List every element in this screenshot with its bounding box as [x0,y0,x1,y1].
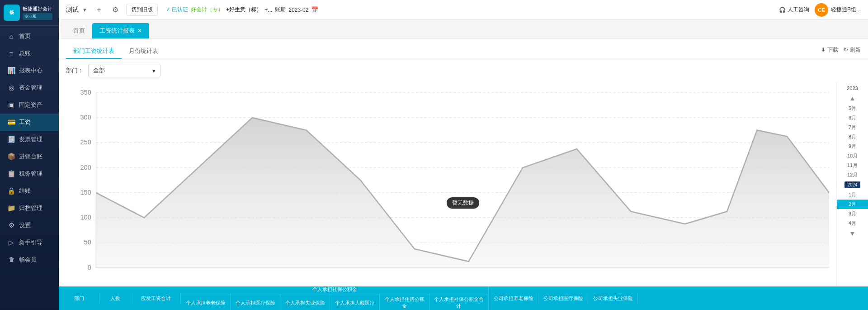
period-value: 2023-02 [288,7,308,13]
topbar-add-button[interactable]: + [93,4,105,16]
th-company-unemployment: 公司承担失业保险 [588,293,638,304]
svg-text:250: 250 [80,138,91,146]
sidebar-item-sales[interactable]: 📦 进销台账 [0,148,59,165]
filter-label: 部门： [66,67,84,75]
headset-icon: 🎧 [779,7,786,13]
year-next-button[interactable]: ▼ [847,228,858,239]
svg-text:100: 100 [80,214,91,221]
sidebar-item-funds[interactable]: ◎ 资金管理 [0,79,59,96]
table-header-bar: 部门 人数 应发工资合计 个人承担社保公积金 个人承担养老保险 个人承担医疗保险… [59,286,868,310]
month-jun[interactable]: 6月 [837,113,868,123]
page-content: 部门工资统计表 月份统计表 ⬇ 下载 ↻ 刷新 [59,39,868,310]
sidebar-item-salary[interactable]: 💳 工资 [0,114,59,131]
tax-icon: 📋 [7,170,15,178]
month-dec[interactable]: 12月 [837,170,868,180]
sidebar-item-member[interactable]: ♛ 畅会员 [0,251,59,268]
ledger-icon: ≡ [7,50,15,57]
year-prev-button[interactable]: ▲ [847,93,858,104]
sidebar-item-label: 首页 [19,32,31,40]
user-service-button[interactable]: 🎧 人工咨询 [779,6,809,14]
sidebar-item-label: 新手引导 [19,238,42,247]
sidebar-item-assets[interactable]: ▣ 固定资产 [0,96,59,114]
sidebar-item-label: 结账 [19,187,31,195]
salary-icon: 💳 [7,118,15,126]
switch-version-button[interactable]: 切到旧版 [126,4,158,16]
topbar-actions: + ⚙ [93,4,122,16]
refresh-button[interactable]: ↻ 刷新 [844,46,861,54]
tab-home-label: 首页 [73,27,85,35]
avatar: CE [815,3,828,17]
sidebar-item-label: 设置 [19,221,31,229]
month-jul[interactable]: 7月 [837,123,868,132]
month-may[interactable]: 5月 [837,104,868,113]
sidebar-item-label: 工资 [19,118,31,126]
month-feb-active[interactable]: 2月 [837,200,868,209]
select-arrow-icon: ▾ [152,67,156,74]
svg-text:200: 200 [80,163,91,171]
sidebar-item-label: 畅会员 [19,256,37,264]
th-base-salary: 应发工资合计 [131,293,181,304]
sub-tabs-right: ⬇ 下载 ↻ 刷新 [821,46,861,54]
th-company-pension: 公司承担养老保险 [489,293,538,304]
salary-chart: 0 50 100 150 200 250 300 350 [66,86,829,286]
month-oct[interactable]: 10月 [837,151,868,161]
month-aug[interactable]: 8月 [837,132,868,142]
th-personal-medical: 个人承担医疗保险 [231,294,280,310]
filter-value: 全部 [93,67,105,75]
sidebar-item-label: 归档管理 [19,204,42,212]
sidebar-item-label: 报表中心 [19,67,42,75]
svg-text:150: 150 [80,189,91,196]
sidebar-item-label: 进销台账 [19,153,42,161]
sidebar-item-guide[interactable]: ▷ 新手引导 [0,234,59,251]
month-mar[interactable]: 3月 [837,209,868,219]
sidebar-item-ledger[interactable]: ≡ 总账 [0,45,59,62]
topbar-right: 🎧 人工咨询 CE 轻捷通B组... [779,3,861,17]
sidebar-item-settings[interactable]: ⚙ 设置 [0,217,59,234]
svg-text:0: 0 [88,263,91,271]
sidebar-item-reports[interactable]: 📊 报表中心 [0,62,59,79]
logo-area: 畅 畅捷通好会计 专业版 [0,0,59,26]
sidebar-item-tax[interactable]: 📋 税务管理 [0,165,59,182]
status-more: +... [264,7,272,13]
logo-text-area: 畅捷通好会计 专业版 [23,5,52,19]
sidebar-nav: ⌂ 首页 ≡ 总账 📊 报表中心 ◎ 资金管理 ▣ 固定资产 💳 工资 🧾 发票… [0,26,59,310]
service-label: 人工咨询 [788,6,809,14]
close-acct-icon: 🔒 [7,187,15,195]
th-personal-total: 个人承担社保公积金合计 [429,294,488,310]
topbar-settings-button[interactable]: ⚙ [109,4,122,16]
calendar-icon[interactable]: 📅 [311,6,318,13]
topbar-dropdown[interactable]: ▾ [83,6,86,13]
sidebar-item-home[interactable]: ⌂ 首页 [0,28,59,45]
sidebar-item-archive[interactable]: 📁 归档管理 [0,200,59,217]
svg-text:350: 350 [80,89,91,96]
dropdown-arrow-icon: ▾ [83,6,86,13]
sub-tab-dept[interactable]: 部门工资统计表 [66,44,122,59]
sidebar-item-invoice[interactable]: 🧾 发票管理 [0,131,59,148]
svg-text:300: 300 [80,114,91,121]
download-button[interactable]: ⬇ 下载 [821,46,838,54]
month-nov[interactable]: 11月 [837,161,868,170]
assets-icon: ▣ [7,101,15,109]
logo-icon: 畅 [4,5,20,21]
tab-close-icon[interactable]: ✕ [137,28,142,34]
tab-salary-report[interactable]: 工资统计报表 ✕ [92,23,149,38]
topbar: 测试 ▾ + ⚙ 切到旧版 ✓ 已认证 好会计（专） +好生意（标） +... … [59,0,868,20]
month-sep[interactable]: 9月 [837,142,868,151]
sidebar-item-close[interactable]: 🔒 结账 [0,182,59,200]
user-info[interactable]: CE 轻捷通B组... [815,3,861,17]
tab-home[interactable]: 首页 [66,23,92,38]
month-apr[interactable]: 4月 [837,219,868,228]
filter-row: 部门： 全部 ▾ [59,59,868,82]
sub-tab-monthly[interactable]: 月份统计表 [122,44,165,59]
home-icon: ⌂ [7,33,15,40]
status-certified: ✓ 已认证 [166,6,188,14]
dept-select[interactable]: 全部 ▾ [88,64,160,77]
sub-tabs: 部门工资统计表 月份统计表 ⬇ 下载 ↻ 刷新 [59,39,868,59]
status-good-biz: +好生意（标） [226,6,262,14]
month-jan[interactable]: 1月 [837,190,868,200]
svg-text:50: 50 [84,238,91,246]
right-panel: 2023 ▲ 5月 6月 7月 8月 9月 10月 11月 12月 2024 1… [836,82,868,286]
th-headcount: 人数 [99,293,131,304]
year-2023-label: 2023 [847,84,858,93]
th-personal-cols: 个人承担养老保险 个人承担医疗保险 个人承担失业保险 个人承担大额医疗 个人承担… [181,294,488,310]
